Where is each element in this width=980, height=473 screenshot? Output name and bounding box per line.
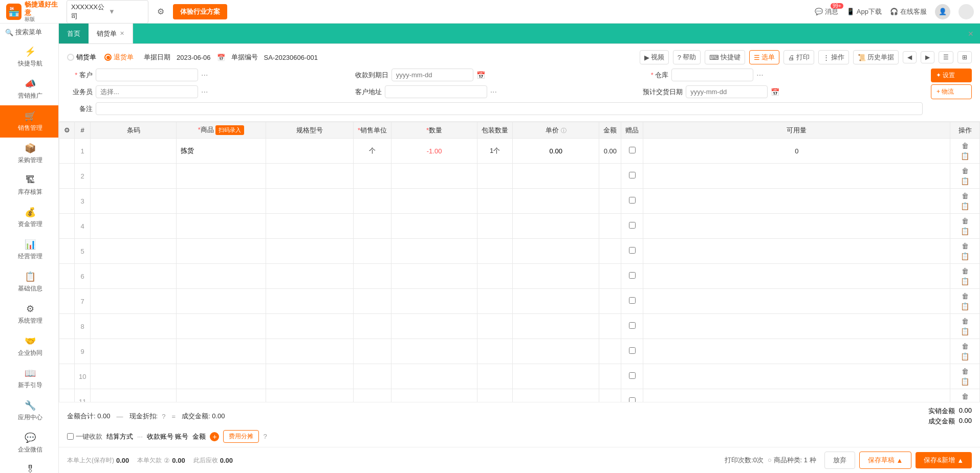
sidebar-item-purchase-mgmt[interactable]: 📦 采购管理 (0, 138, 58, 170)
row-delete-button-5[interactable]: 🗑 (961, 266, 970, 276)
price-input-7[interactable] (517, 323, 595, 330)
product-input-4[interactable] (181, 247, 262, 255)
radio-return-order[interactable]: 退货单 (104, 53, 134, 62)
customer-addr-input[interactable] (385, 85, 487, 98)
remark-input[interactable] (96, 102, 923, 115)
add-payment-button[interactable]: + (210, 432, 219, 441)
sidebar-search-item[interactable]: 🔍 搜索菜单 (0, 24, 58, 41)
barcode-input-0[interactable] (95, 147, 171, 155)
price-input-9[interactable] (517, 373, 595, 380)
spec-input-9[interactable] (270, 373, 349, 380)
online-service-button[interactable]: 🎧 在线客服 (890, 7, 927, 16)
barcode-input-2[interactable] (95, 197, 171, 205)
product-input-5[interactable] (181, 273, 262, 280)
product-input-0[interactable] (181, 147, 262, 155)
row-delete-button-2[interactable]: 🗑 (961, 191, 970, 201)
price-input-2[interactable] (517, 197, 595, 205)
price-input-8[interactable] (517, 348, 595, 355)
product-input-10[interactable] (181, 398, 262, 402)
next-button[interactable]: ▶ (921, 51, 934, 63)
qty-input-3[interactable] (396, 222, 473, 230)
gift-check-10[interactable] (629, 397, 636, 402)
spec-input-4[interactable] (270, 247, 349, 255)
qty-input-1[interactable] (396, 172, 473, 180)
print-button[interactable]: 🖨 打印 (783, 50, 814, 64)
salesperson-dots-button[interactable]: ··· (201, 87, 208, 97)
gift-check-9[interactable] (629, 372, 636, 379)
sidebar-item-marketing[interactable]: 📣 营销推广 (0, 73, 58, 105)
gift-check-5[interactable] (629, 272, 636, 279)
company-selector[interactable]: XXXXXX公司 ▼ (67, 0, 148, 24)
row-copy-button-4[interactable]: 📋 (960, 251, 970, 261)
app-download-button[interactable]: 📱 App下载 (846, 7, 882, 16)
qty-input-2[interactable] (396, 197, 473, 205)
save-draft-button[interactable]: 保存草稿 ▲ (859, 452, 912, 469)
row-delete-button-3[interactable]: 🗑 (961, 216, 970, 226)
sidebar-item-base-info[interactable]: 📋 基础信息 (0, 266, 58, 298)
barcode-input-8[interactable] (95, 348, 171, 355)
col-header-settings[interactable]: ⚙ (59, 122, 75, 139)
price-input-3[interactable] (517, 222, 595, 230)
video-button[interactable]: ▶ 视频 (640, 50, 669, 64)
sidebar-item-quick-nav[interactable]: ⚡ 快捷导航 (0, 41, 58, 73)
gift-check-4[interactable] (629, 247, 636, 254)
sidebar-item-appstore[interactable]: 🔧 应用中心 (0, 395, 58, 427)
addr-dots-button[interactable]: ··· (490, 87, 497, 97)
sidebar-item-system[interactable]: ⚙ 系统管理 (0, 298, 58, 330)
price-input-6[interactable] (517, 298, 595, 305)
spec-input-5[interactable] (270, 273, 349, 280)
sidebar-item-inventory[interactable]: 🏗 库存核算 (0, 170, 58, 201)
sidebar-item-ops[interactable]: 📊 经营管理 (0, 234, 58, 266)
global-settings-button[interactable]: ⚙ (153, 4, 169, 20)
flow-button[interactable]: + 物流 (931, 84, 972, 99)
spec-input-10[interactable] (270, 398, 349, 402)
gift-check-6[interactable] (629, 297, 636, 304)
list-view-button[interactable]: ☰ (939, 51, 953, 63)
qty-input-4[interactable] (396, 247, 473, 255)
due-date-input[interactable] (391, 69, 473, 81)
save-new-button[interactable]: 保存&新增 ▲ (916, 452, 972, 468)
qty-input-9[interactable] (396, 373, 473, 380)
price-input-5[interactable] (517, 273, 595, 280)
expected-date-input[interactable] (686, 85, 768, 98)
tab-close-icon[interactable]: ✕ (120, 30, 124, 37)
sidebar-item-member[interactable]: 🎖 畅会员 (0, 459, 58, 473)
help-hint-icon[interactable]: ? (162, 413, 165, 420)
row-copy-button-8[interactable]: 📋 (960, 351, 970, 362)
message-button[interactable]: 💬 消息 99+ (815, 7, 838, 16)
row-copy-button-9[interactable]: 📋 (960, 376, 970, 387)
spec-input-6[interactable] (270, 298, 349, 305)
settlement-dots[interactable]: ··· (137, 433, 143, 440)
row-copy-button-2[interactable]: 📋 (960, 201, 970, 211)
ops-button[interactable]: ⋮ 操作 (818, 50, 849, 64)
row-delete-button-7[interactable]: 🗑 (961, 316, 970, 326)
sidebar-item-sales-mgmt[interactable]: 🛒 销售管理 (0, 105, 58, 138)
barcode-input-10[interactable] (95, 398, 171, 402)
spec-input-3[interactable] (270, 222, 349, 230)
row-delete-button-1[interactable]: 🗑 (961, 166, 970, 176)
product-input-8[interactable] (181, 348, 262, 355)
salesperson-input[interactable] (96, 85, 198, 98)
due-date-calendar-icon[interactable]: 📅 (476, 71, 485, 79)
gift-check-2[interactable] (629, 197, 636, 204)
user-avatar-2[interactable] (959, 4, 974, 19)
product-input-3[interactable] (181, 222, 262, 230)
row-delete-button-9[interactable]: 🗑 (961, 366, 970, 376)
price-input-1[interactable] (517, 172, 595, 180)
product-input-7[interactable] (181, 323, 262, 330)
prev-button[interactable]: ◀ (903, 51, 917, 63)
row-copy-button-3[interactable]: 📋 (960, 226, 970, 236)
radio-sales-order[interactable]: 销货单 (67, 53, 96, 62)
sidebar-item-collab[interactable]: 🤝 企业协同 (0, 330, 58, 363)
spec-input-0[interactable] (270, 147, 349, 155)
gift-check-0[interactable] (629, 147, 636, 153)
row-copy-button-0[interactable]: 📋 (960, 151, 970, 161)
qty-input-0[interactable] (396, 147, 473, 155)
trial-button[interactable]: 体验行业方案 (173, 4, 227, 19)
barcode-input-3[interactable] (95, 222, 171, 230)
warehouse-input[interactable]: 建材仓 (671, 69, 753, 81)
row-copy-button-5[interactable]: 📋 (960, 276, 970, 286)
sidebar-item-wechat[interactable]: 💬 企业微信 (0, 427, 58, 459)
row-delete-button-0[interactable]: 🗑 (961, 141, 970, 151)
settings-side-button[interactable]: ✦ 设置 (931, 69, 972, 82)
